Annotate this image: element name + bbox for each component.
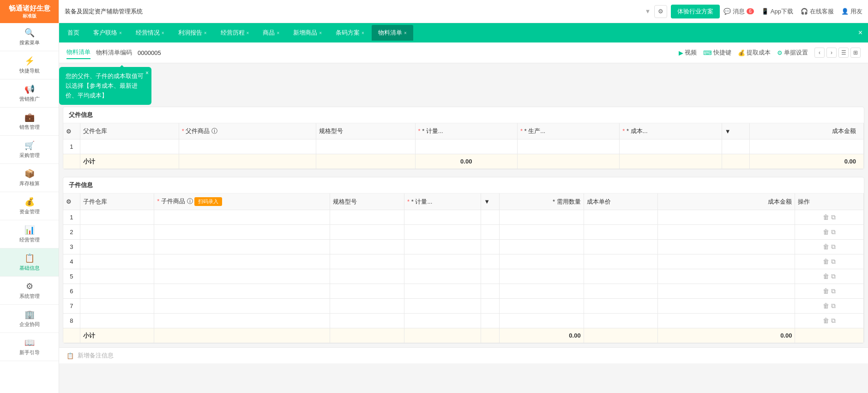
tab-close-icon[interactable]: × xyxy=(204,30,207,36)
child-quantity-cell[interactable] xyxy=(500,240,584,254)
child-unit-cost-cell[interactable] xyxy=(584,299,658,314)
tab-home[interactable]: 首页 xyxy=(61,25,86,41)
child-quantity-cell[interactable] xyxy=(500,284,584,299)
copy-icon[interactable]: ⧉ xyxy=(831,287,836,295)
child-warehouse-cell[interactable] xyxy=(80,210,154,225)
sidebar-item-finance[interactable]: 💰 资金管理 xyxy=(0,192,59,220)
delete-icon[interactable]: 🗑 xyxy=(823,228,829,236)
child-quantity-cell[interactable] xyxy=(500,314,584,328)
child-unit-cell[interactable] xyxy=(404,225,481,240)
delete-icon[interactable]: 🗑 xyxy=(823,287,829,295)
tab-close-icon[interactable]: × xyxy=(319,30,322,36)
delete-icon[interactable]: 🗑 xyxy=(823,213,829,221)
parent-cost-cell[interactable] xyxy=(620,139,722,154)
child-unit-cell[interactable] xyxy=(404,299,481,314)
child-quantity-cell[interactable] xyxy=(500,225,584,240)
child-col-settings[interactable]: ⚙ xyxy=(63,193,80,210)
tab-close-icon[interactable]: × xyxy=(119,30,122,36)
copy-icon[interactable]: ⧉ xyxy=(831,317,836,325)
child-goods-cell[interactable] xyxy=(154,225,330,240)
message-button[interactable]: 💬 消息 6 xyxy=(723,7,754,16)
sub-tab-bom-list[interactable]: 物料清单 xyxy=(66,46,90,59)
child-cost-amount-cell[interactable] xyxy=(658,269,795,284)
sidebar-item-purchase[interactable]: 🛒 采购管理 xyxy=(0,136,59,164)
child-unit-cell[interactable] xyxy=(404,240,481,254)
child-goods-cell[interactable] xyxy=(154,269,330,284)
tab-close-icon[interactable]: × xyxy=(247,30,249,36)
child-unit-cost-cell[interactable] xyxy=(584,210,658,225)
child-warehouse-cell[interactable] xyxy=(80,269,154,284)
tab-close-icon[interactable]: × xyxy=(404,30,407,36)
trial-button[interactable]: 体验行业方案 xyxy=(671,5,720,18)
child-unit-cell[interactable] xyxy=(404,269,481,284)
child-warehouse-cell[interactable] xyxy=(80,284,154,299)
delete-icon[interactable]: 🗑 xyxy=(823,317,829,325)
child-unit-cost-cell[interactable] xyxy=(584,314,658,328)
child-cost-amount-cell[interactable] xyxy=(658,284,795,299)
delete-icon[interactable]: 🗑 xyxy=(823,258,829,266)
copy-icon[interactable]: ⧉ xyxy=(831,272,836,280)
child-spec-cell[interactable] xyxy=(330,284,404,299)
parent-goods-cell[interactable] xyxy=(179,139,316,154)
parent-spec-cell[interactable] xyxy=(316,139,415,154)
child-quantity-cell[interactable] xyxy=(500,299,584,314)
view-action[interactable]: ▶ 视频 xyxy=(679,48,697,57)
child-warehouse-cell[interactable] xyxy=(80,225,154,240)
sidebar-item-marketing[interactable]: 📢 营销推广 xyxy=(0,79,59,108)
child-spec-cell[interactable] xyxy=(330,254,404,269)
child-warehouse-cell[interactable] xyxy=(80,314,154,328)
child-goods-cell[interactable] xyxy=(154,240,330,254)
child-quantity-cell[interactable] xyxy=(500,254,584,269)
nav-prev-button[interactable]: ‹ xyxy=(814,48,825,58)
doc-settings-action[interactable]: ⚙ 单据设置 xyxy=(777,48,808,57)
col-settings[interactable]: ⚙ xyxy=(63,123,80,139)
child-spec-cell[interactable] xyxy=(330,299,404,314)
copy-icon[interactable]: ⧉ xyxy=(831,243,836,251)
child-goods-cell[interactable] xyxy=(154,284,330,299)
child-unit-cost-cell[interactable] xyxy=(584,225,658,240)
child-spec-cell[interactable] xyxy=(330,240,404,254)
child-goods-cell[interactable] xyxy=(154,314,330,328)
child-quantity-cell[interactable] xyxy=(500,210,584,225)
parent-cost-amount-cell[interactable] xyxy=(749,139,863,154)
child-unit-cost-cell[interactable] xyxy=(584,284,658,299)
sidebar-item-operation[interactable]: 📊 经营管理 xyxy=(0,220,59,248)
copy-icon[interactable]: ⧉ xyxy=(831,258,836,266)
online-service-button[interactable]: 🎧 在线客服 xyxy=(801,7,834,16)
child-cost-amount-cell[interactable] xyxy=(658,210,795,225)
delete-icon[interactable]: 🗑 xyxy=(823,272,829,280)
user-menu[interactable]: 👤 用友 xyxy=(841,7,862,16)
scan-button[interactable]: 扫码录入 xyxy=(194,197,222,206)
tab-operation[interactable]: 经营情况 × xyxy=(129,25,171,41)
child-quantity-cell[interactable] xyxy=(500,269,584,284)
child-cost-amount-cell[interactable] xyxy=(658,240,795,254)
child-goods-cell[interactable] xyxy=(154,254,330,269)
sidebar-item-sales[interactable]: 💼 销售管理 xyxy=(0,108,59,136)
child-warehouse-cell[interactable] xyxy=(80,240,154,254)
delete-icon[interactable]: 🗑 xyxy=(823,243,829,251)
nav-next-button[interactable]: › xyxy=(826,48,837,58)
child-cost-amount-cell[interactable] xyxy=(658,225,795,240)
parent-production-cell[interactable] xyxy=(517,139,619,154)
tab-close-icon[interactable]: × xyxy=(162,30,164,36)
child-unit-cost-cell[interactable] xyxy=(584,254,658,269)
copy-icon[interactable]: ⧉ xyxy=(831,213,836,221)
child-cost-amount-cell[interactable] xyxy=(658,299,795,314)
tab-history[interactable]: 经营历程 × xyxy=(214,25,256,41)
sidebar-item-basic-info[interactable]: 📋 基础信息 xyxy=(0,248,59,277)
tab-customer[interactable]: 客户联络 × xyxy=(87,25,128,41)
sidebar-item-guide[interactable]: 📖 新手引导 xyxy=(0,333,59,361)
child-spec-cell[interactable] xyxy=(330,314,404,328)
child-goods-cell[interactable] xyxy=(154,210,330,225)
sidebar-item-system[interactable]: ⚙ 系统管理 xyxy=(0,277,59,305)
sidebar-item-quick-nav[interactable]: ⚡ 快捷导航 xyxy=(0,51,59,79)
child-unit-cell[interactable] xyxy=(404,210,481,225)
tooltip-close-button[interactable]: × xyxy=(145,69,149,78)
child-unit-cell[interactable] xyxy=(404,254,481,269)
tab-barcode[interactable]: 条码方案 × xyxy=(329,25,371,41)
child-warehouse-cell[interactable] xyxy=(80,299,154,314)
child-cost-amount-cell[interactable] xyxy=(658,254,795,269)
sidebar-item-search[interactable]: 🔍 搜索菜单 xyxy=(0,23,59,51)
shortcut-action[interactable]: ⌨ 快捷键 xyxy=(703,48,731,57)
tab-goods[interactable]: 商品 × xyxy=(256,25,286,41)
